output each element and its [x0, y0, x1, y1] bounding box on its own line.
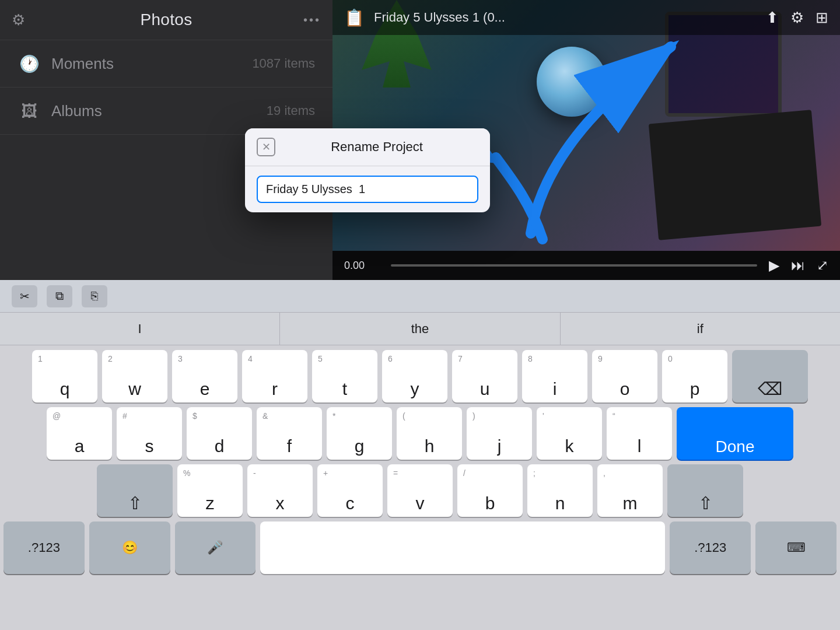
key-s-sub: # — [123, 411, 127, 421]
paste-button[interactable]: ⎘ — [82, 285, 107, 307]
key-u-main: u — [480, 380, 490, 398]
shift-left-key[interactable]: ⇧ — [97, 464, 173, 517]
keyboard-dismiss-key[interactable]: ⌨ — [755, 522, 836, 574]
moments-label: Moments — [51, 55, 252, 73]
key-v-main: v — [416, 495, 425, 512]
key-m-sub: , — [603, 468, 606, 478]
key-z[interactable]: %z — [177, 464, 243, 517]
key-f[interactable]: &f — [257, 407, 322, 460]
key-t-sub: 5 — [318, 354, 323, 363]
dialog-close-button[interactable]: ✕ — [257, 138, 275, 156]
more-icon[interactable]: ••• — [303, 13, 321, 27]
video-progress-bar[interactable] — [391, 264, 757, 267]
key-w-sub: 2 — [108, 354, 113, 363]
suggestion-if[interactable]: if — [561, 313, 840, 345]
key-t[interactable]: 5t — [312, 350, 377, 402]
key-k-sub: ' — [542, 411, 544, 421]
key-s[interactable]: #s — [117, 407, 182, 460]
suggestion-I[interactable]: I — [0, 313, 280, 345]
key-d-sub: $ — [192, 411, 197, 421]
copy-icon: ⧉ — [55, 289, 64, 303]
key-h[interactable]: (h — [397, 407, 462, 460]
key-g-sub: * — [332, 411, 335, 421]
keyboard: ✂ ⧉ ⎘ I the if 1q2w3e4r5t6y7u8i9o0p⌫ @a#… — [0, 280, 840, 630]
key-x[interactable]: -x — [247, 464, 313, 517]
key-row-3: ⇧%z-x+c=v/b;n,m⇧ — [4, 464, 836, 517]
grid-icon[interactable]: ⊞ — [816, 9, 828, 27]
key-z-main: z — [206, 495, 215, 512]
video-controls: 0.00 ▶ ⏭ ⤢ — [332, 251, 840, 280]
key-z-sub: % — [183, 468, 190, 478]
video-background — [332, 0, 840, 251]
key-w[interactable]: 2w — [102, 350, 167, 402]
sidebar-title: Photos — [141, 10, 192, 29]
key-r[interactable]: 4r — [242, 350, 307, 402]
key-o[interactable]: 9o — [592, 350, 657, 402]
key-b-main: b — [485, 495, 495, 512]
key-u-sub: 7 — [458, 354, 463, 363]
key-r-sub: 4 — [248, 354, 253, 363]
key-u[interactable]: 7u — [452, 350, 517, 402]
emoji-key[interactable]: 😊 — [89, 522, 170, 574]
key-p-sub: 0 — [668, 354, 673, 363]
key-v[interactable]: =v — [387, 464, 453, 517]
play-icon[interactable]: ▶ — [769, 257, 779, 274]
shift-right-icon: ⇧ — [698, 495, 713, 512]
key-l[interactable]: “l — [607, 407, 672, 460]
key-e-main: e — [200, 380, 210, 398]
gear-icon[interactable]: ⚙ — [12, 11, 25, 29]
key-d[interactable]: $d — [187, 407, 252, 460]
key-n[interactable]: ;n — [527, 464, 593, 517]
key-a-sub: @ — [52, 411, 61, 421]
shift-right-key[interactable]: ⇧ — [667, 464, 743, 517]
key-c[interactable]: +c — [317, 464, 383, 517]
paste-icon: ⎘ — [91, 289, 98, 303]
key-q-main: q — [60, 380, 70, 398]
key-y[interactable]: 6y — [382, 350, 447, 402]
key-e[interactable]: 3e — [172, 350, 237, 402]
share-icon[interactable]: ⬆ — [766, 9, 779, 27]
space-key[interactable] — [260, 522, 665, 574]
sidebar-item-albums[interactable]: 🖼 Albums 19 items — [0, 88, 332, 135]
key-k[interactable]: 'k — [537, 407, 602, 460]
key-o-sub: 9 — [598, 354, 603, 363]
video-list-icon: 📋 — [344, 8, 365, 27]
sidebar-item-moments[interactable]: 🕐 Moments 1087 items — [0, 40, 332, 88]
key-c-sub: + — [323, 468, 328, 478]
key-j[interactable]: )j — [467, 407, 532, 460]
key-d-main: d — [215, 438, 225, 455]
key-row-2: @a#s$d&f*g(h)j'k“lDone — [4, 407, 836, 460]
mic-key[interactable]: 🎤 — [175, 522, 256, 574]
settings-icon[interactable]: ⚙ — [790, 9, 804, 27]
key-a[interactable]: @a — [47, 407, 112, 460]
key-j-main: j — [498, 438, 502, 455]
key-l-sub: “ — [612, 411, 615, 421]
video-time: 0.00 — [344, 260, 379, 272]
suggestion-the[interactable]: the — [280, 313, 560, 345]
key-y-main: y — [411, 380, 419, 398]
cut-button[interactable]: ✂ — [12, 285, 37, 307]
key-k-main: k — [565, 438, 574, 455]
key-q[interactable]: 1q — [32, 350, 97, 402]
project-name-input[interactable] — [257, 176, 478, 203]
key-m[interactable]: ,m — [597, 464, 663, 517]
key-b[interactable]: /b — [457, 464, 523, 517]
key-g[interactable]: *g — [327, 407, 392, 460]
num-label: .?123 — [28, 540, 60, 555]
key-p[interactable]: 0p — [662, 350, 727, 402]
key-v-sub: = — [393, 468, 398, 478]
key-g-main: g — [355, 438, 365, 455]
backspace-key[interactable]: ⌫ — [732, 350, 808, 402]
key-i[interactable]: 8i — [522, 350, 587, 402]
key-f-main: f — [287, 438, 292, 455]
backspace-icon: ⌫ — [758, 380, 782, 398]
key-t-main: t — [342, 380, 347, 398]
done-key[interactable]: Done — [677, 407, 793, 460]
copy-button[interactable]: ⧉ — [47, 285, 72, 307]
skip-icon[interactable]: ⏭ — [791, 257, 805, 274]
key-h-main: h — [425, 438, 435, 455]
num-key[interactable]: .?123 — [4, 522, 85, 574]
num-key-right[interactable]: .?123 — [670, 522, 751, 574]
expand-icon[interactable]: ⤢ — [817, 257, 828, 274]
key-row-1: 1q2w3e4r5t6y7u8i9o0p⌫ — [4, 350, 836, 402]
